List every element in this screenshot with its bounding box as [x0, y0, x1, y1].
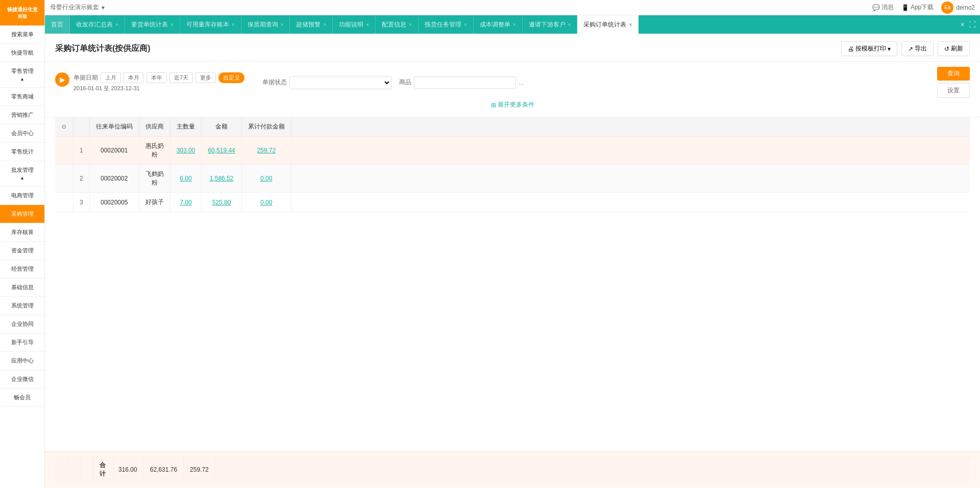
filter-more-row: ⊞ 展开更多条件 — [55, 98, 970, 112]
date-more-button[interactable]: 更多 — [195, 72, 216, 83]
tab-close-picking[interactable]: × — [464, 22, 467, 28]
main-area: 母婴行业演示账套 ▾ 💬 消息 📱 App下载 Ea demo2 首页收发存汇总… — [45, 0, 980, 488]
row-seq-0: 1 — [74, 137, 90, 165]
date-7days-button[interactable]: 近7天 — [169, 72, 193, 83]
sidebar-item-enterprise[interactable]: 企业协同 — [0, 315, 44, 333]
tab-close-order-stat[interactable]: × — [170, 22, 174, 28]
tab-inventory[interactable]: 可用量库存账本× — [180, 15, 241, 34]
sidebar-item-search[interactable]: 搜索菜单 — [0, 25, 44, 44]
date-this-month-button[interactable]: 本月 — [124, 72, 144, 83]
tab-picking[interactable]: 拣货任务管理× — [419, 15, 474, 34]
tab-invite[interactable]: 邀请下游客户× — [523, 15, 578, 34]
expand-filters-button[interactable]: ⊞ 展开更多条件 — [491, 100, 534, 109]
tab-label-overstock: 超储预警 — [296, 20, 321, 29]
breadcrumb-text: 母婴行业演示账套 — [50, 3, 99, 12]
tab-order-stat[interactable]: 要货单统计表× — [125, 15, 180, 34]
sidebar-item-enterprise-wx[interactable]: 企业微信 — [0, 370, 44, 389]
goods-more-button[interactable]: ... — [519, 79, 524, 86]
filter-toggle-button[interactable]: ▶ — [55, 72, 69, 87]
row-qty-2[interactable]: 7.00 — [170, 193, 202, 212]
sidebar-item-retail[interactable]: 零售管理▲ — [0, 62, 44, 88]
tab-close-all-button[interactable]: × — [961, 20, 965, 29]
tab-help[interactable]: 功能说明× — [333, 15, 376, 34]
sidebar-item-member-plus[interactable]: 畅会员 — [0, 389, 44, 407]
row-settings-2 — [55, 193, 74, 212]
status-select[interactable] — [289, 76, 391, 89]
sidebar-item-retail-mall[interactable]: 零售商城 — [0, 88, 44, 106]
tab-close-invite[interactable]: × — [568, 22, 571, 28]
sidebar-item-system[interactable]: 系统管理 — [0, 297, 44, 315]
sidebar-item-quick-nav[interactable]: 快捷导航 — [0, 44, 44, 62]
row-paid-2[interactable]: 0.00 — [241, 193, 291, 212]
message-icon: 💬 — [872, 4, 880, 11]
sidebar-item-finance[interactable]: 资金管理 — [0, 242, 44, 260]
breadcrumb-selector[interactable]: 母婴行业演示账套 ▾ — [50, 3, 105, 12]
goods-input[interactable] — [414, 76, 516, 89]
user-name: demo2 — [956, 4, 975, 11]
page-title: 采购订单统计表(按供应商) — [55, 43, 151, 54]
tab-close-receive[interactable]: × — [115, 22, 118, 28]
tab-close-expiry[interactable]: × — [281, 22, 284, 28]
row-seq-2: 3 — [74, 193, 90, 212]
sidebar-item-basic-info[interactable]: 基础信息 — [0, 278, 44, 297]
row-amount-1[interactable]: 1,586.52 — [202, 165, 241, 193]
tab-close-cost-adj[interactable]: × — [513, 22, 516, 28]
sidebar-item-inventory-check[interactable]: 库存核算 — [0, 223, 44, 242]
tab-cost-adj[interactable]: 成本调整单× — [474, 15, 523, 34]
phone-icon: 📱 — [901, 4, 909, 11]
export-icon: ↗ — [908, 45, 913, 53]
sidebar-item-ecommerce[interactable]: 电商管理 — [0, 187, 44, 205]
sidebar-item-new-guide[interactable]: 新手引导 — [0, 333, 44, 352]
row-qty-0[interactable]: 303.00 — [170, 137, 202, 165]
print-dropdown-icon: ▾ — [888, 45, 891, 53]
export-button[interactable]: ↗ 导出 — [901, 41, 934, 56]
date-custom-button[interactable]: 自定义 — [218, 72, 244, 83]
tab-expiry[interactable]: 保质期查询× — [241, 15, 290, 34]
expand-icon: ⊞ — [491, 101, 496, 109]
table-row: 3 00020005 好孩子 7.00 525.80 0.00 — [55, 193, 970, 212]
tab-purchase-stat[interactable]: 采购订单统计表× — [577, 15, 639, 34]
sidebar-item-marketing[interactable]: 营销推广 — [0, 106, 44, 124]
row-qty-1[interactable]: 6.00 — [170, 165, 202, 193]
table-row: 1 00020001 惠氏奶粉 303.00 60,519.44 259.72 — [55, 137, 970, 165]
sidebar-item-app-center[interactable]: 应用中心 — [0, 352, 44, 370]
tab-close-overstock[interactable]: × — [323, 22, 326, 28]
sidebar-item-wholesale[interactable]: 批发管理▲ — [0, 161, 44, 187]
row-amount-2[interactable]: 525.80 — [202, 193, 241, 212]
tab-home[interactable]: 首页 — [45, 15, 70, 34]
tab-config[interactable]: 配置信息× — [376, 15, 419, 34]
tab-close-purchase-stat[interactable]: × — [629, 22, 632, 28]
tab-bar: 首页收发存汇总表×要货单统计表×可用量库存账本×保质期查询×超储预警×功能说明×… — [45, 15, 980, 34]
arrow-right-icon: ▶ — [60, 75, 65, 84]
refresh-button[interactable]: ↺ 刷新 — [938, 41, 970, 56]
query-button[interactable]: 查询 — [937, 67, 970, 81]
tab-close-help[interactable]: × — [366, 22, 369, 28]
tab-close-inventory[interactable]: × — [232, 22, 235, 28]
message-button[interactable]: 💬 消息 — [872, 3, 894, 12]
row-extra-0 — [291, 137, 970, 165]
sidebar-item-members[interactable]: 会员中心 — [0, 124, 44, 143]
footer-amount: 62,631.76 — [143, 457, 183, 483]
date-this-year-button[interactable]: 本年 — [146, 72, 167, 83]
tab-overstock[interactable]: 超储预警× — [290, 15, 333, 34]
sidebar: 畅捷通好生意 标版 搜索菜单快捷导航零售管理▲零售商城营销推广会员中心零售统计批… — [0, 0, 45, 488]
table-footer: 合计 316.00 62,631.76 259.72 — [45, 451, 980, 488]
app-download-button[interactable]: 📱 App下载 — [901, 3, 934, 12]
status-filter-item: 单据状态 — [262, 76, 391, 89]
print-button[interactable]: 🖨 按模板打印 ▾ — [841, 41, 897, 56]
user-menu[interactable]: Ea demo2 — [941, 2, 975, 14]
date-last-month-button[interactable]: 上月 — [101, 72, 121, 83]
tab-close-config[interactable]: × — [409, 22, 412, 28]
row-supplier-0: 惠氏奶粉 — [139, 137, 170, 165]
row-paid-1[interactable]: 0.00 — [241, 165, 291, 193]
row-amount-0[interactable]: 60,519.44 — [202, 137, 241, 165]
tab-receive[interactable]: 收发存汇总表× — [70, 15, 125, 34]
row-paid-0[interactable]: 259.72 — [241, 137, 291, 165]
sidebar-item-operations[interactable]: 经营管理 — [0, 260, 44, 278]
sidebar-item-retail-stats[interactable]: 零售统计 — [0, 143, 44, 161]
date-range-text: 2016-01-01 至 2023-12-31 — [74, 85, 140, 91]
settings-button[interactable]: 设置 — [937, 83, 970, 98]
settings-gear-icon[interactable]: ⚙ — [61, 123, 67, 131]
tab-maximize-button[interactable]: ⛶ — [969, 20, 976, 29]
sidebar-item-purchase[interactable]: 采购管理 — [0, 205, 44, 223]
